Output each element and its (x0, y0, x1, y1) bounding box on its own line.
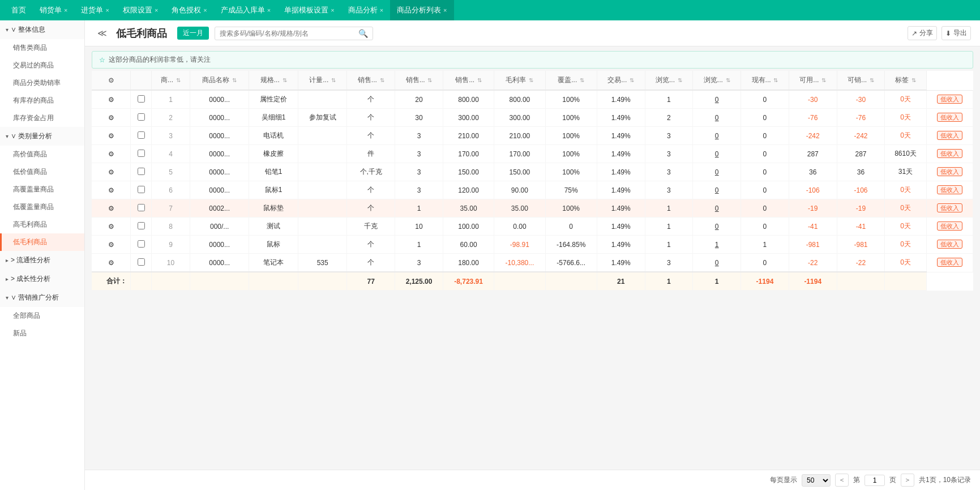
col-header-spec[interactable]: 规格... ⇅ (249, 71, 298, 90)
nav-item-商品分析列表[interactable]: 商品分析列表× (390, 0, 453, 20)
page-input[interactable] (865, 475, 885, 486)
browse1[interactable]: 0 (693, 254, 741, 272)
search-icon[interactable]: 🔍 (358, 29, 368, 38)
collapse-btn[interactable]: ≪ (94, 27, 110, 40)
browse1[interactable]: 0 (693, 199, 741, 218)
row-checkbox[interactable] (131, 254, 152, 272)
sidebar-item-低覆盖量商品[interactable]: 低覆盖量商品 (0, 198, 84, 216)
nav-close-icon[interactable]: × (155, 7, 158, 14)
nav-close-icon[interactable]: × (380, 7, 383, 14)
col-header-coverage[interactable]: 覆盖... ⇅ (545, 71, 597, 90)
settings-cell[interactable]: ⚙ (92, 181, 131, 199)
browse1[interactable]: 0 (693, 109, 741, 127)
sidebar-group-整体信息[interactable]: ▾∨ 整体信息 (0, 20, 84, 39)
col-header-browse1[interactable]: 浏览... ⇅ (645, 71, 693, 90)
browse-link[interactable]: 0 (715, 259, 719, 267)
settings-cell[interactable]: ⚙ (92, 199, 131, 218)
nav-item-权限设置[interactable]: 权限设置× (116, 0, 165, 20)
next-page-btn[interactable]: ＞ (901, 474, 914, 487)
prev-page-btn[interactable]: ＜ (835, 474, 849, 487)
col-header-available[interactable]: 可用... ⇅ (789, 71, 837, 90)
row-checkbox[interactable] (131, 109, 152, 127)
settings-cell[interactable]: ⚙ (92, 254, 131, 272)
sidebar-item-库存资金占用[interactable]: 库存资金占用 (0, 109, 84, 127)
row-checkbox[interactable] (131, 236, 152, 254)
sidebar-item-低毛利商品[interactable]: 低毛利商品 (0, 233, 84, 251)
browse-link[interactable]: 1 (715, 241, 719, 249)
nav-close-icon[interactable]: × (64, 7, 67, 14)
browse-link[interactable]: 0 (715, 150, 719, 158)
nav-item-首页[interactable]: 首页 (5, 0, 33, 20)
sidebar-group-成长性分析[interactable]: ▸> 成长性分析 (0, 270, 84, 288)
row-checkbox[interactable] (131, 163, 152, 181)
browse-link[interactable]: 0 (715, 132, 719, 140)
browse-link[interactable]: 0 (715, 223, 719, 231)
sidebar-item-低价值商品[interactable]: 低价值商品 (0, 163, 84, 181)
col-header-gross_margin[interactable]: 毛利率 ⇅ (494, 71, 545, 90)
col-header-browse2[interactable]: 浏览... ⇅ (693, 71, 741, 90)
settings-cell[interactable]: ⚙ (92, 218, 131, 236)
nav-close-icon[interactable]: × (105, 7, 109, 14)
sidebar-item-商品分类助销率[interactable]: 商品分类助销率 (0, 74, 84, 92)
col-header-code[interactable]: 商... ⇅ (152, 71, 190, 90)
col-header-name[interactable]: 商品名称 ⇅ (190, 71, 249, 90)
nav-item-角色授权[interactable]: 角色授权× (165, 0, 213, 20)
export-btn[interactable]: ⬇ 导出 (942, 26, 971, 40)
row-checkbox[interactable] (131, 199, 152, 218)
settings-cell[interactable]: ⚙ (92, 127, 131, 145)
share-btn[interactable]: ↗ 分享 (908, 26, 937, 40)
settings-cell[interactable]: ⚙ (92, 163, 131, 181)
browse1[interactable]: 1 (693, 236, 741, 254)
browse1[interactable]: 0 (693, 163, 741, 181)
nav-item-单据模板设置[interactable]: 单据模板设置× (277, 0, 341, 20)
row-checkbox[interactable] (131, 181, 152, 199)
nav-item-商品分析[interactable]: 商品分析× (341, 0, 390, 20)
nav-item-进货单[interactable]: 进货单× (74, 0, 115, 20)
browse-link[interactable]: 0 (715, 114, 719, 122)
col-header-current_stock[interactable]: 现有... ⇅ (741, 71, 789, 90)
nav-close-icon[interactable]: × (203, 7, 207, 14)
settings-cell[interactable]: ⚙ (92, 145, 131, 163)
sidebar-item-新品[interactable]: 新品 (0, 325, 84, 342)
settings-cell[interactable]: ⚙ (92, 236, 131, 254)
sidebar-item-高毛利商品[interactable]: 高毛利商品 (0, 216, 84, 233)
sidebar-item-高价值商品[interactable]: 高价值商品 (0, 146, 84, 163)
browse1[interactable]: 0 (693, 127, 741, 145)
nav-close-icon[interactable]: × (443, 7, 447, 14)
sidebar-item-全部商品[interactable]: 全部商品 (0, 307, 84, 325)
col-header-unit[interactable]: 计量... ⇅ (298, 71, 346, 90)
sidebar-item-高覆盖量商品[interactable]: 高覆盖量商品 (0, 181, 84, 198)
nav-close-icon[interactable]: × (267, 7, 271, 14)
search-input[interactable] (220, 29, 358, 37)
per-page-select[interactable]: 5020100 (802, 474, 831, 487)
browse-link[interactable]: 0 (715, 96, 719, 104)
col-header-sales_profit[interactable]: 销售... ⇅ (443, 71, 494, 90)
row-checkbox[interactable] (131, 127, 152, 145)
browse-link[interactable]: 0 (715, 186, 719, 194)
sidebar-group-营销推广分析[interactable]: ▾∨ 营销推广分析 (0, 288, 84, 307)
col-header-tag[interactable]: 标签 ⇅ (885, 71, 926, 90)
row-checkbox[interactable] (131, 145, 152, 163)
browse1[interactable]: 0 (693, 218, 741, 236)
browse-link[interactable]: 0 (715, 168, 719, 176)
sidebar-group-类别量分析[interactable]: ▾∨ 类别量分析 (0, 127, 84, 146)
nav-item-产成品入库单[interactable]: 产成品入库单× (214, 0, 277, 20)
sidebar-group-流通性分析[interactable]: ▸> 流通性分析 (0, 251, 84, 270)
nav-close-icon[interactable]: × (331, 7, 334, 14)
nav-item-销货单[interactable]: 销货单× (33, 0, 74, 20)
settings-cell[interactable]: ⚙ (92, 90, 131, 109)
settings-cell[interactable]: ⚙ (92, 109, 131, 127)
col-header-transaction[interactable]: 交易... ⇅ (597, 71, 645, 90)
browse1[interactable]: 0 (693, 181, 741, 199)
browse1[interactable]: 0 (693, 145, 741, 163)
browse-link[interactable]: 0 (715, 204, 719, 212)
col-header-sales_qty[interactable]: 销售... ⇅ (347, 71, 395, 90)
browse1[interactable]: 0 (693, 90, 741, 109)
row-checkbox[interactable] (131, 90, 152, 109)
sidebar-item-销售类商品[interactable]: 销售类商品 (0, 39, 84, 57)
sidebar-item-交易过的商品[interactable]: 交易过的商品 (0, 57, 84, 74)
time-filter-btn[interactable]: 近一月 (177, 27, 209, 40)
col-header-sales_price[interactable]: 销售... ⇅ (395, 71, 443, 90)
col-header-saleable_days[interactable]: 可销... ⇅ (837, 71, 885, 90)
sidebar-item-有库存的商品[interactable]: 有库存的商品 (0, 92, 84, 109)
